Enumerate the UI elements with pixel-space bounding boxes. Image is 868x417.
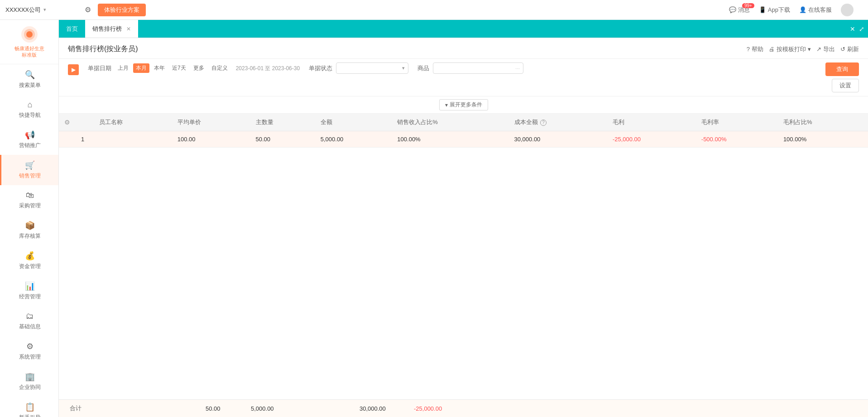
row-gross-ratio: 100.00% bbox=[778, 131, 868, 148]
operation-icon: 📊 bbox=[25, 281, 35, 291]
sidebar-item-finance[interactable]: 💰 资金管理 bbox=[0, 245, 58, 276]
sidebar-item-sales[interactable]: 🛒 销售管理 bbox=[0, 155, 58, 185]
filter-row: ▶ 单据日期 上月 本月 本年 近7天 更多 自定义 bbox=[59, 59, 868, 96]
filter-toggle-btn[interactable]: ▶ bbox=[68, 64, 79, 75]
table-row: 1 100.00 50.00 5,000.00 100.00% 30,000.0… bbox=[59, 131, 868, 148]
tab-maximize-icon[interactable]: ⤢ bbox=[859, 25, 864, 33]
col-gross-rate: 毛利率 bbox=[696, 114, 778, 131]
sidebar-item-shortcut[interactable]: ⌂ 快捷导航 bbox=[0, 95, 58, 125]
sidebar-item-system[interactable]: ⚙ 系统管理 bbox=[0, 336, 58, 366]
status-select-wrapper bbox=[336, 62, 408, 74]
refresh-icon: ↺ bbox=[840, 46, 845, 53]
sidebar-item-enterprise[interactable]: 🏢 企业协同 bbox=[0, 366, 58, 397]
date-btn-custom[interactable]: 自定义 bbox=[209, 63, 230, 73]
col-rank bbox=[76, 114, 94, 131]
sidebar-item-basic[interactable]: 🗂 基础信息 bbox=[0, 306, 58, 336]
search-icon: 🔍 bbox=[25, 70, 35, 80]
help-icon: ? bbox=[747, 46, 750, 53]
settings-btn[interactable]: 设置 bbox=[832, 79, 859, 92]
svg-point-2 bbox=[26, 31, 33, 38]
tab-sales-rank-label: 销售排行榜 bbox=[92, 25, 122, 33]
export-button[interactable]: ↗ 导出 bbox=[816, 45, 835, 53]
purchase-icon: 🛍 bbox=[26, 191, 34, 200]
logo-icon bbox=[20, 25, 38, 43]
page-title: 销售排行榜(按业务员) bbox=[68, 44, 138, 54]
status-filter-label: 单据状态 bbox=[309, 64, 332, 72]
trial-button[interactable]: 体验行业方案 bbox=[98, 4, 146, 16]
expand-conditions-button[interactable]: ▾ 展开更多条件 bbox=[439, 99, 488, 110]
footer-gross: -25,000.00 bbox=[408, 405, 463, 412]
cost-info-icon[interactable]: ? bbox=[540, 120, 547, 126]
print-button[interactable]: 🖨 按模板打印 ▾ bbox=[769, 45, 811, 53]
inventory-icon: 📦 bbox=[25, 220, 35, 230]
print-icon: 🖨 bbox=[769, 46, 775, 53]
sidebar-item-guide[interactable]: 📋 新手引导 bbox=[0, 397, 58, 417]
tab-home-label: 首页 bbox=[66, 25, 78, 33]
tab-close-icon[interactable]: ✕ bbox=[126, 26, 131, 32]
sidebar-item-operation[interactable]: 📊 经营管理 bbox=[0, 276, 58, 306]
company-selector[interactable]: XXXXXX公司 ▾ bbox=[5, 6, 78, 14]
table-header: ⚙ 员工名称 平均单价 主数量 全额 销售收入占比% 成本全额 ? 毛利 bbox=[59, 114, 868, 131]
filter-row-inner: 单据日期 上月 本月 本年 近7天 更多 自定义 2023-06-01 至 20… bbox=[88, 62, 816, 74]
col-sales-ratio: 销售收入占比% bbox=[392, 114, 508, 131]
filter-expand-arrow[interactable]: ▶ bbox=[68, 62, 79, 75]
col-gross-ratio: 毛利占比% bbox=[778, 114, 868, 131]
col-employee: 员工名称 bbox=[94, 114, 172, 131]
date-range-text: 2023-06-01 至 2023-06-30 bbox=[236, 65, 300, 72]
tab-bar: 首页 销售排行榜 ✕ ✕ ⤢ bbox=[59, 20, 868, 38]
help-button[interactable]: ? 帮助 bbox=[747, 45, 763, 53]
tab-sales-rank[interactable]: 销售排行榜 ✕ bbox=[85, 20, 138, 38]
date-buttons: 上月 本月 本年 近7天 更多 自定义 bbox=[115, 63, 230, 73]
footer-quantity: 50.00 bbox=[200, 405, 245, 412]
sidebar: 畅康通好生意标准版 🔍 搜索菜单 ⌂ 快捷导航 📢 营销推广 🛒 销售管理 🛍 … bbox=[0, 20, 59, 417]
goods-more-icon[interactable]: ··· bbox=[515, 65, 520, 72]
date-btn-more[interactable]: 更多 bbox=[191, 63, 207, 73]
online-service-btn[interactable]: 👤 在线客服 bbox=[799, 6, 832, 14]
sidebar-item-search[interactable]: 🔍 搜索菜单 bbox=[0, 64, 58, 95]
sidebar-item-label: 经营管理 bbox=[19, 293, 41, 301]
sidebar-item-label: 快捷导航 bbox=[19, 111, 41, 119]
tab-minimize-icon[interactable]: ✕ bbox=[850, 25, 855, 33]
date-btn-this-month[interactable]: 本月 bbox=[133, 63, 149, 73]
tab-home[interactable]: 首页 bbox=[59, 20, 85, 38]
footer-amount: 5,000.00 bbox=[245, 405, 300, 412]
refresh-button[interactable]: ↺ 刷新 bbox=[840, 45, 859, 53]
guide-icon: 📋 bbox=[25, 402, 35, 412]
avatar[interactable] bbox=[841, 4, 854, 16]
sidebar-item-purchase[interactable]: 🛍 采购管理 bbox=[0, 185, 58, 215]
online-service-label: 在线客服 bbox=[808, 6, 832, 14]
logo-text: 畅康通好生意标准版 bbox=[14, 45, 44, 58]
top-header: XXXXXX公司 ▾ ⚙ 体验行业方案 💬 消息 99+ 📱 App下载 👤 在… bbox=[0, 0, 868, 20]
date-filter-label: 单据日期 bbox=[88, 64, 111, 72]
basic-icon: 🗂 bbox=[26, 312, 34, 321]
finance-icon: 💰 bbox=[25, 251, 35, 261]
print-dropdown-icon: ▾ bbox=[808, 46, 811, 53]
content-area: 首页 销售排行榜 ✕ ✕ ⤢ 销售排行榜(按业务员) ? 帮助 bbox=[59, 20, 868, 417]
settings-icon[interactable]: ⚙ bbox=[82, 4, 94, 16]
sidebar-item-label: 基础信息 bbox=[19, 323, 41, 331]
sales-icon: 🛒 bbox=[25, 160, 35, 170]
page-inner: 销售排行榜(按业务员) ? 帮助 🖨 按模板打印 ▾ ↗ 导出 bbox=[59, 38, 868, 417]
row-gross-rate: -500.00% bbox=[696, 131, 778, 148]
status-select[interactable] bbox=[336, 62, 408, 74]
data-table: ⚙ 员工名称 平均单价 主数量 全额 销售收入占比% 成本全额 ? 毛利 bbox=[59, 114, 868, 399]
footer-label: 合计 bbox=[64, 404, 155, 412]
page-header-actions: ? 帮助 🖨 按模板打印 ▾ ↗ 导出 ↺ 刷新 bbox=[747, 45, 859, 53]
app-download-label: App下载 bbox=[768, 6, 790, 14]
sidebar-item-marketing[interactable]: 📢 营销推广 bbox=[0, 125, 58, 155]
goods-filter-group: 商品 ··· bbox=[417, 62, 523, 74]
sidebar-item-inventory[interactable]: 📦 库存核算 bbox=[0, 215, 58, 245]
date-btn-last-month[interactable]: 上月 bbox=[115, 63, 131, 73]
message-btn[interactable]: 💬 消息 99+ bbox=[729, 6, 750, 14]
query-button[interactable]: 查询 bbox=[825, 62, 859, 76]
table-footer: 合计 50.00 5,000.00 30,000.00 -25,000.00 bbox=[59, 399, 868, 417]
chevron-down-icon: ▾ bbox=[445, 102, 448, 108]
col-cost: 成本全额 ? bbox=[509, 114, 607, 131]
goods-input[interactable] bbox=[433, 62, 523, 74]
sidebar-item-label: 新手引导 bbox=[19, 414, 41, 417]
date-btn-7days[interactable]: 近7天 bbox=[169, 63, 189, 73]
sidebar-item-label: 采购管理 bbox=[19, 202, 41, 210]
date-btn-this-year[interactable]: 本年 bbox=[151, 63, 168, 73]
app-download-btn[interactable]: 📱 App下载 bbox=[759, 6, 790, 14]
download-icon: 📱 bbox=[759, 6, 766, 13]
